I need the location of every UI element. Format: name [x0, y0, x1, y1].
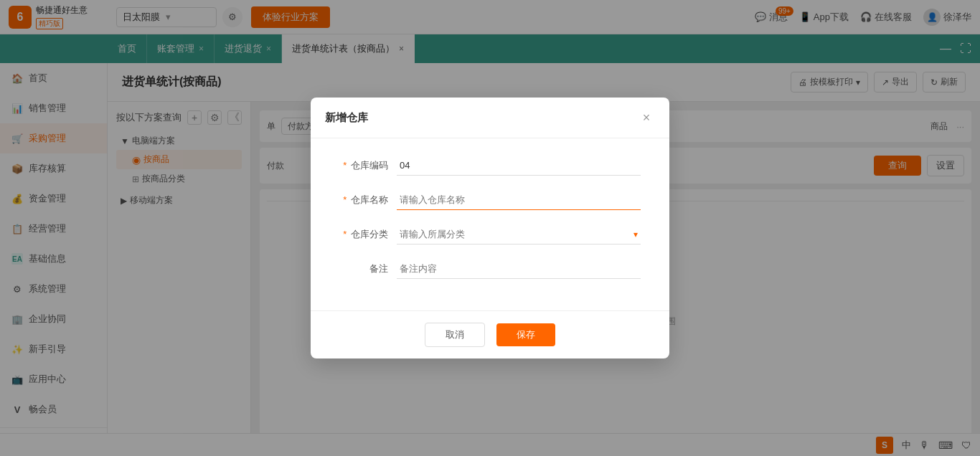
modal-footer: 取消 保存	[311, 310, 669, 358]
warehouse-code-input[interactable]	[397, 156, 641, 176]
category-select-wrap: ▾	[397, 224, 641, 244]
form-row-note: 备注	[339, 259, 641, 279]
code-label: * 仓库编码	[339, 159, 397, 172]
note-input[interactable]	[397, 259, 641, 279]
required-star-name: *	[343, 194, 347, 205]
modal-overlay: 新增仓库 × * 仓库编码 * 仓库名称	[0, 0, 980, 456]
required-star-cat: *	[343, 229, 347, 239]
modal-header: 新增仓库 ×	[311, 98, 669, 138]
warehouse-name-input[interactable]	[397, 190, 641, 210]
note-label: 备注	[339, 262, 397, 275]
category-dropdown-icon[interactable]: ▾	[631, 229, 641, 239]
cancel-button[interactable]: 取消	[425, 323, 485, 347]
save-button[interactable]: 保存	[496, 323, 555, 346]
modal-body: * 仓库编码 * 仓库名称 * 仓库分类	[311, 138, 669, 310]
form-row-code: * 仓库编码	[339, 156, 641, 176]
add-warehouse-modal: 新增仓库 × * 仓库编码 * 仓库名称	[311, 98, 669, 358]
required-star: *	[343, 160, 347, 171]
modal-close-button[interactable]: ×	[638, 109, 655, 126]
name-label: * 仓库名称	[339, 194, 397, 206]
form-row-category: * 仓库分类 ▾	[339, 224, 641, 244]
form-row-name: * 仓库名称	[339, 190, 641, 210]
modal-title: 新增仓库	[325, 111, 368, 125]
category-label: * 仓库分类	[339, 228, 397, 241]
category-input[interactable]	[397, 224, 631, 244]
